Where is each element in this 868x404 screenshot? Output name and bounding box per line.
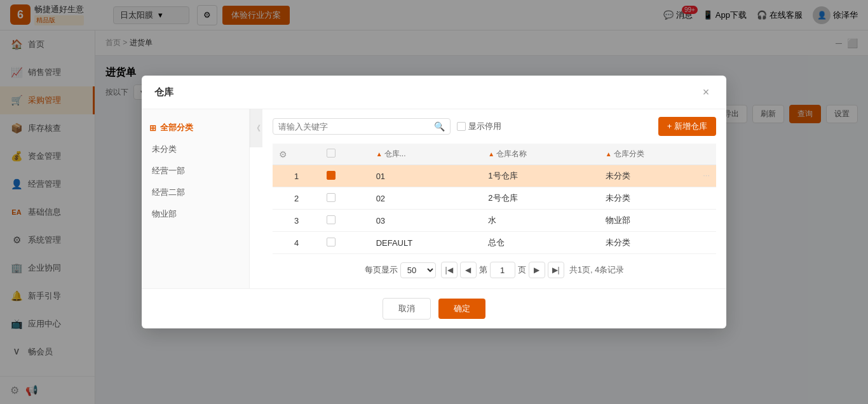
row-num-cell: 3: [273, 210, 320, 232]
modal-header: 仓库 ×: [142, 76, 726, 109]
row-name-cell: 1号仓库: [482, 165, 599, 187]
warehouse-table: ⚙ ▲ 仓库... ▲ 仓库名称: [273, 144, 716, 254]
table-row[interactable]: 1 01 1号仓库 未分类 ···: [273, 165, 716, 187]
page-number-input[interactable]: [490, 262, 515, 278]
table-row[interactable]: 3 03 水 物业部: [273, 210, 716, 232]
col-code-sort-icon: ▲: [376, 151, 383, 158]
pagination: 每页显示 50 100 200 |◀ ◀ 第 页 ▶: [273, 254, 716, 281]
cancel-button[interactable]: 取消: [383, 298, 431, 320]
col-gear-icon[interactable]: ⚙: [279, 149, 287, 159]
col-check: [320, 144, 369, 165]
first-page-button[interactable]: |◀: [441, 262, 458, 278]
modal-footer: 取消 确定: [142, 288, 726, 328]
row-code-cell: 03: [370, 210, 482, 232]
grid-icon: ⊞: [149, 123, 156, 133]
page-size-wrap: 每页显示 50 100 200: [365, 262, 436, 278]
modal-overlay[interactable]: 仓库 × ⊞ 全部分类 未分类 经营一部 经营二部 物业部 《: [0, 0, 868, 404]
show-disabled-label: 显示停用: [468, 121, 501, 132]
add-warehouse-button[interactable]: + 新增仓库: [658, 117, 716, 136]
col-name-sort-icon: ▲: [488, 151, 494, 158]
row-category-cell: 物业部: [599, 210, 716, 232]
table-row[interactable]: 4 DEFAULT 总仓 未分类: [273, 232, 716, 254]
category-item-4[interactable]: 物业部: [142, 203, 249, 225]
confirm-button[interactable]: 确定: [438, 299, 485, 319]
row-category-cell: 未分类: [599, 232, 716, 254]
page-nav: |◀ ◀ 第 页 ▶ ▶|: [441, 262, 564, 278]
modal-body: ⊞ 全部分类 未分类 经营一部 经营二部 物业部 《 🔍: [142, 109, 726, 288]
row-check-cell: [320, 165, 369, 187]
row-check-cell: [320, 232, 369, 254]
table-area: 🔍 显示停用 + 新增仓库 ⚙: [262, 109, 726, 288]
show-disabled-checkbox[interactable]: [457, 122, 466, 131]
col-category: ▲ 仓库分类: [599, 144, 716, 165]
page-prefix-label: 第: [479, 264, 487, 276]
row-num-cell: 2: [273, 187, 320, 210]
chevron-left-icon: 《: [253, 123, 261, 134]
sidebar-collapse-button[interactable]: 《: [250, 109, 262, 147]
next-page-button[interactable]: ▶: [529, 262, 545, 278]
col-category-label: 仓库分类: [614, 149, 644, 159]
row-checkbox[interactable]: [327, 215, 336, 224]
all-categories-item[interactable]: ⊞ 全部分类: [142, 117, 249, 138]
col-name: ▲ 仓库名称: [482, 144, 599, 165]
table-row[interactable]: 2 02 2号仓库 未分类: [273, 187, 716, 210]
col-code-label: 仓库...: [384, 149, 406, 159]
row-checkbox[interactable]: [327, 238, 336, 246]
row-code-cell: 02: [370, 187, 482, 210]
modal-close-button[interactable]: ×: [698, 84, 714, 100]
per-page-label: 每页显示: [365, 264, 398, 276]
row-code-cell: DEFAULT: [370, 232, 482, 254]
page-suffix-label: 页: [518, 264, 526, 276]
row-name-cell: 2号仓库: [482, 187, 599, 210]
row-check-cell: [320, 210, 369, 232]
prev-page-button[interactable]: ◀: [460, 262, 477, 278]
row-num-cell: 4: [273, 232, 320, 254]
row-category-cell: 未分类 ···: [599, 165, 716, 187]
category-item-1[interactable]: 未分类: [142, 138, 249, 160]
warehouse-modal: 仓库 × ⊞ 全部分类 未分类 经营一部 经营二部 物业部 《: [142, 76, 726, 328]
row-name-cell: 水: [482, 210, 599, 232]
table-header-row: ⚙ ▲ 仓库... ▲ 仓库名称: [273, 144, 716, 165]
modal-title: 仓库: [154, 86, 173, 98]
search-wrap: 🔍: [273, 118, 451, 135]
all-categories-label: 全部分类: [160, 122, 193, 133]
col-gear: ⚙: [273, 144, 320, 165]
row-checkbox[interactable]: [327, 193, 336, 202]
select-all-checkbox[interactable]: [327, 149, 336, 158]
col-code: ▲ 仓库...: [370, 144, 482, 165]
row-num-cell: 1: [273, 165, 320, 187]
table-toolbar: 🔍 显示停用 + 新增仓库: [273, 117, 716, 136]
category-item-3[interactable]: 经营二部: [142, 182, 249, 203]
total-info: 共1页, 4条记录: [569, 264, 625, 276]
row-category-cell: 未分类: [599, 187, 716, 210]
category-sidebar: ⊞ 全部分类 未分类 经营一部 经营二部 物业部: [142, 109, 250, 288]
row-checkbox[interactable]: [327, 171, 336, 180]
search-input[interactable]: [278, 122, 431, 131]
row-name-cell: 总仓: [482, 232, 599, 254]
category-item-2[interactable]: 经营一部: [142, 160, 249, 182]
search-icon[interactable]: 🔍: [434, 121, 445, 131]
per-page-select[interactable]: 50 100 200: [400, 262, 436, 278]
last-page-button[interactable]: ▶|: [548, 262, 564, 278]
row-code-cell: 01: [370, 165, 482, 187]
row-check-cell: [320, 187, 369, 210]
col-category-sort-icon: ▲: [606, 151, 612, 158]
col-name-label: 仓库名称: [496, 149, 527, 159]
show-disabled-checkbox-wrap: 显示停用: [457, 121, 501, 132]
